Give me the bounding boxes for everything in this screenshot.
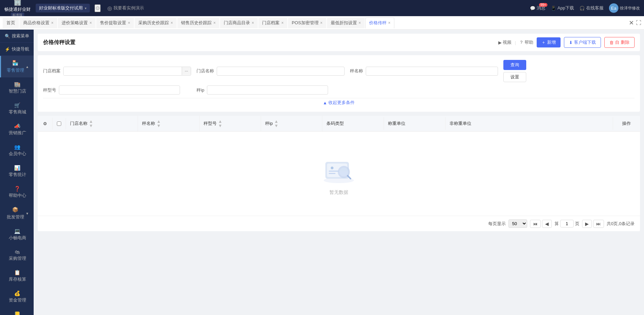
sidebar-item-inventory[interactable]: 📋 库存核算 (0, 266, 34, 286)
th-store-name-label: 门店名称 (70, 120, 87, 127)
select-all-checkbox[interactable] (57, 121, 61, 126)
tab-home[interactable]: 首页 (3, 18, 19, 28)
tab-product-price[interactable]: 商品价格设置 × (20, 18, 57, 28)
tab-sale-price[interactable]: 售价提取设置 × (96, 18, 134, 28)
page-input[interactable] (560, 220, 574, 228)
sidebar: 🔍 搜索菜单 ⚡ 快捷导航 🏪 零售管理 ▲ 🏬 智慧门店 🛒 零售商城 📣 营… (0, 30, 34, 315)
scale-model-input[interactable] (59, 85, 180, 95)
tab-sale-history[interactable]: 销售历史价跟踪 × (177, 18, 219, 28)
tab-price-scale-close[interactable]: × (388, 21, 391, 25)
per-page-label: 每页显示 (488, 221, 506, 227)
store-profile-label: 门店档案 (43, 68, 61, 74)
sidebar-quick-nav[interactable]: ⚡ 快捷导航 (0, 43, 34, 56)
tab-price-scale[interactable]: 价格传秤 × (365, 18, 394, 28)
sidebar-item-help-center[interactable]: ❓ 帮助中心 (0, 182, 34, 203)
online-service-label: 在线客服 (586, 5, 604, 11)
th-weight-unit-label: 称重单位 (388, 120, 405, 127)
th-settings[interactable]: ⚙ (38, 118, 52, 130)
sidebar-item-wholesale-mgmt[interactable]: 📦 批发管理 ▼ (0, 203, 34, 224)
sidebar-item-wholesale-label: 批发管理 (7, 214, 24, 220)
help-link[interactable]: ？ 帮助 (519, 39, 533, 45)
sort-model-icon[interactable]: ▲▼ (218, 119, 222, 128)
sort-ip-icon[interactable]: ▲▼ (274, 119, 279, 128)
add-button[interactable]: ＋ 新增 (537, 37, 561, 47)
last-page-btn[interactable]: ⏭ (593, 220, 604, 228)
sidebar-item-smart-store[interactable]: 🏬 智慧门店 (0, 77, 34, 98)
sidebar-search-label: 搜索菜单 (12, 33, 29, 39)
messages-btn[interactable]: 💬 消息 99+ (530, 5, 545, 11)
tab-store-catalog[interactable]: 门店商品目录 × (220, 18, 258, 28)
demo-link[interactable]: ◎ 我要看实例演示 (107, 5, 144, 11)
online-service-btn[interactable]: 🎧 在线客服 (579, 5, 604, 11)
store-profile-more-btn[interactable]: ··· (182, 67, 191, 75)
app-name: 畅捷通好业财 (4, 7, 31, 12)
tab-price-scale-label: 价格传秤 (369, 20, 387, 26)
sidebar-item-finance-label: 资金管理 (9, 297, 26, 303)
avatar-initials: Ea (611, 6, 616, 11)
th-barcode-label: 条码类型 (326, 120, 344, 127)
first-page-btn[interactable]: ⏮ (530, 220, 541, 228)
video-link[interactable]: ▶ 视频 (498, 39, 511, 45)
tab-purchase-history[interactable]: 采购历史价跟踪 × (135, 18, 177, 28)
sidebar-item-marketing[interactable]: 📣 营销推广 (0, 119, 34, 140)
sidebar-item-retail-mgmt[interactable]: 🏪 零售管理 ▲ (0, 56, 34, 77)
user-name: 徐泽华修改 (620, 5, 640, 11)
settings-icon-btn[interactable]: ⚙ (95, 4, 101, 12)
page-label: 算 (554, 221, 559, 227)
th-scale-model-label: 秤型号 (204, 120, 217, 127)
tab-min-discount-close[interactable]: × (359, 21, 361, 25)
sort-store-icon[interactable]: ▲▼ (89, 119, 93, 128)
query-button[interactable]: 查询 (503, 60, 526, 70)
sidebar-item-general-ledger[interactable]: 📒 总账管理 (0, 307, 34, 315)
tab-min-discount[interactable]: 最低折扣设置 × (327, 18, 365, 28)
sort-scale-name-icon[interactable]: ▲▼ (156, 119, 161, 128)
sidebar-item-finance[interactable]: 💰 资金管理 (0, 286, 34, 307)
tab-store-profile[interactable]: 门店档案 × (258, 18, 287, 28)
scale-ip-input[interactable] (207, 85, 328, 95)
page-title: 价格传秤设置 (43, 39, 75, 46)
sidebar-item-purchase-mgmt[interactable]: 🛍 采购管理 (0, 245, 34, 266)
prev-page-btn[interactable]: ◀ (542, 220, 552, 228)
app-download-icon: 📱 (551, 6, 556, 11)
tab-product-price-close[interactable]: × (51, 21, 53, 25)
app-selector[interactable]: 好业财标准版交付试用 ▾ (36, 4, 90, 12)
user-profile-btn[interactable]: Ea 徐泽华修改 (609, 3, 640, 13)
sidebar-item-retail-stats[interactable]: 📊 零售统计 (0, 161, 34, 182)
sidebar-search[interactable]: 🔍 搜索菜单 (0, 30, 34, 43)
store-name-input[interactable] (217, 67, 345, 76)
next-page-btn[interactable]: ▶ (582, 220, 592, 228)
fullscreen-btn[interactable]: ⛶ (636, 20, 641, 26)
th-scale-model: 秤型号 ▲▼ (200, 116, 261, 131)
tab-pos-management[interactable]: POS加密管理 × (288, 18, 326, 28)
finance-icon: 💰 (14, 290, 21, 296)
tab-pos-management-close[interactable]: × (320, 21, 323, 25)
tab-sale-price-close[interactable]: × (128, 21, 130, 25)
sidebar-item-retail-mgmt-label: 零售管理 (7, 67, 24, 73)
app-download-btn[interactable]: 📱 App下载 (551, 5, 574, 11)
tab-store-profile-close[interactable]: × (281, 21, 284, 25)
tab-store-catalog-close[interactable]: × (252, 21, 254, 25)
title-bar-right: ▶ 视频 | ？ 帮助 ＋ 新增 ⬇ 客户端下载 🗑 自 (498, 37, 635, 48)
tab-purchase-history-close[interactable]: × (171, 21, 173, 25)
close-tab-btn[interactable]: ✕ (629, 19, 634, 27)
tab-sale-history-label: 销售历史价跟踪 (181, 20, 212, 26)
store-profile-input[interactable] (64, 67, 182, 75)
tab-purchase-strategy[interactable]: 进价策略设置 × (58, 18, 96, 28)
scale-name-input[interactable] (366, 67, 498, 76)
collapse-btn[interactable]: ▲ 收起更多条件 (43, 98, 635, 107)
th-checkbox[interactable] (52, 118, 66, 129)
settings-filter-button[interactable]: 设置 (503, 72, 526, 82)
tab-sale-history-close[interactable]: × (213, 21, 216, 25)
delete-button[interactable]: 🗑 自 删除 (604, 37, 635, 48)
sidebar-item-marketing-label: 营销推广 (9, 130, 26, 136)
sidebar-quick-nav-label: 快捷导航 (12, 46, 29, 52)
sidebar-item-member-center[interactable]: 👥 会员中心 (0, 140, 34, 161)
download-button[interactable]: ⬇ 客户端下载 (564, 37, 601, 48)
tab-purchase-strategy-close[interactable]: × (90, 21, 92, 25)
per-page-select[interactable]: 10 20 50 100 (508, 219, 527, 228)
sidebar-item-xiaochang[interactable]: 💻 小畅电商 (0, 224, 34, 245)
empty-illustration (319, 152, 359, 185)
scale-ip-label: 秤ip (196, 87, 204, 93)
sidebar-item-retail-mall[interactable]: 🛒 零售商城 (0, 98, 34, 119)
download-icon: ⬇ (569, 40, 573, 45)
